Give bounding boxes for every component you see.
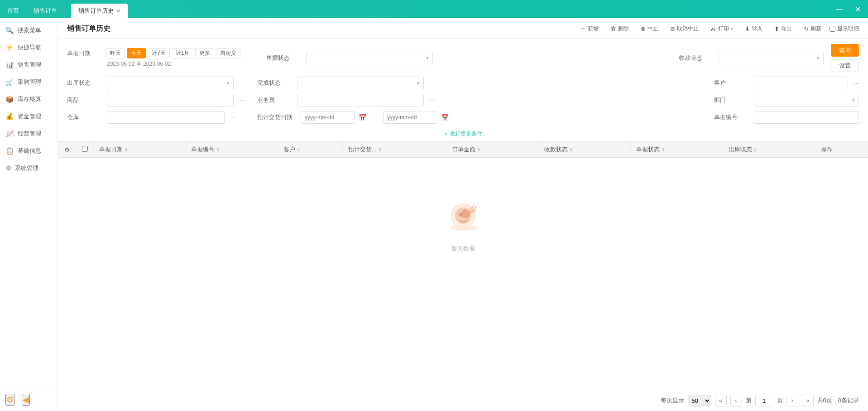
th-ship-status[interactable]: 出库状态 ⇅ bbox=[723, 142, 815, 158]
purchase-icon: 🛒 bbox=[5, 78, 14, 86]
refresh-btn[interactable]: ↻ 刷新 bbox=[800, 23, 825, 34]
th-date[interactable]: 单据日期 ⇅ bbox=[93, 142, 186, 158]
cal-start-icon[interactable]: 📅 bbox=[359, 114, 366, 121]
sidebar-item-purchase[interactable]: 🛒 采购管理 bbox=[0, 73, 58, 91]
settings-cog-icon[interactable]: ⚙ bbox=[64, 146, 70, 153]
payment-status-select[interactable]: ▾ bbox=[719, 52, 824, 64]
th-doc-status[interactable]: 单据状态 ⇅ bbox=[631, 142, 723, 158]
date-more-btn[interactable]: 更多 bbox=[195, 48, 214, 58]
ship-status-chevron: ▾ bbox=[227, 80, 230, 86]
sidebar-item-sales[interactable]: 📊 销售管理 bbox=[0, 56, 58, 73]
per-page-select[interactable]: 50 20 100 bbox=[688, 395, 711, 406]
customer-more-btn[interactable]: ··· bbox=[854, 79, 859, 87]
close-btn[interactable]: ✕ bbox=[855, 5, 861, 14]
print-label: 打印 bbox=[718, 25, 729, 33]
filter-row-2: 出库状态 ▾ 完成状态 ▾ 客户 ··· bbox=[67, 77, 859, 89]
sidebar-item-operations[interactable]: 📈 经营管理 bbox=[0, 125, 58, 142]
tab-sales-history[interactable]: 销售订单历史 ✕ bbox=[71, 4, 128, 18]
doc-no-input[interactable] bbox=[754, 111, 859, 124]
th-checkbox[interactable] bbox=[76, 142, 93, 158]
th-payment-status[interactable]: 收款状态 ⇅ bbox=[538, 142, 631, 158]
minimize-btn[interactable]: — bbox=[836, 5, 843, 13]
stop-btn[interactable]: ⊗ 中止 bbox=[637, 23, 662, 34]
collapse-bar[interactable]: ∧ 收起更多条件 bbox=[67, 128, 859, 138]
warehouse-more-btn[interactable]: ··· bbox=[230, 114, 235, 121]
sidebar-item-finance[interactable]: 💰 资金管理 bbox=[0, 108, 58, 125]
delete-btn[interactable]: 🗑 删除 bbox=[607, 23, 633, 34]
page-input[interactable] bbox=[755, 395, 773, 406]
customer-sort-icon: ⇅ bbox=[297, 147, 300, 152]
sidebar-item-inventory[interactable]: 📦 库存核算 bbox=[0, 91, 58, 108]
sidebar-item-quick-nav[interactable]: ⚡ 快捷导航 bbox=[0, 39, 58, 56]
th-expected-date[interactable]: 预计交货... ⇅ bbox=[343, 142, 446, 158]
expected-date-label: 预计交货日期 bbox=[257, 113, 298, 121]
system-icon: ⚙ bbox=[5, 164, 11, 172]
import-btn[interactable]: ⬇ 导入 bbox=[741, 23, 766, 34]
select-all-checkbox[interactable] bbox=[82, 146, 88, 152]
display-detail-label: 显示明细 bbox=[837, 25, 859, 33]
ship-status-label: 出库状态 bbox=[67, 79, 103, 87]
sales-icon: 📊 bbox=[5, 61, 14, 69]
tab-sales-history-label: 销售订单历史 bbox=[78, 7, 114, 15]
complete-status-chevron: ▾ bbox=[417, 80, 420, 86]
cancel-stop-btn[interactable]: ⊘ 取消中止 bbox=[667, 23, 702, 34]
th-customer[interactable]: 客户 ⇅ bbox=[278, 142, 342, 158]
print-btn[interactable]: 🖨 打印 ▾ bbox=[707, 23, 737, 34]
date-1month-btn[interactable]: 近1月 bbox=[172, 48, 194, 58]
th-doc-no[interactable]: 单据编号 ⇅ bbox=[186, 142, 278, 158]
tab-sales-order[interactable]: 销售订单 ✕ bbox=[26, 4, 71, 18]
tab-sales-order-close[interactable]: ✕ bbox=[60, 8, 64, 14]
product-input[interactable] bbox=[107, 94, 234, 106]
sidebar-item-search-menu[interactable]: 🔍 搜索菜单 bbox=[0, 22, 58, 39]
content-area: 销售订单历史 ＋ 新增 🗑 删除 ⊗ 中止 ⊘ 取消中止 bbox=[58, 18, 868, 411]
refresh-label: 刷新 bbox=[810, 25, 821, 33]
th-amount[interactable]: 订单金额 ⇅ bbox=[446, 142, 538, 158]
tab-sales-order-label: 销售订单 bbox=[34, 7, 57, 15]
salesperson-more-btn[interactable]: ··· bbox=[429, 97, 435, 104]
product-more-btn[interactable]: ··· bbox=[239, 97, 245, 104]
date-7days-btn[interactable]: 近7天 bbox=[148, 48, 170, 58]
date-today-btn[interactable]: 今天 bbox=[127, 48, 146, 58]
display-detail-checkbox[interactable]: 显示明细 bbox=[830, 25, 859, 33]
first-page-btn[interactable]: « bbox=[715, 395, 727, 406]
sidebar-item-quick-nav-label: 快捷导航 bbox=[18, 44, 41, 52]
settings-btn[interactable]: 设置 bbox=[831, 59, 859, 72]
display-detail-input[interactable] bbox=[830, 26, 835, 32]
last-page-btn[interactable]: » bbox=[802, 395, 814, 406]
payment-sort-icon: ⇅ bbox=[569, 147, 573, 152]
sidebar-collapse-btn[interactable]: ◀ bbox=[22, 394, 30, 406]
salesperson-input[interactable] bbox=[297, 94, 424, 106]
per-page-label: 每页显示 bbox=[661, 396, 684, 405]
doc-status-select[interactable]: ▾ bbox=[306, 52, 433, 64]
maximize-btn[interactable]: □ bbox=[847, 5, 851, 13]
warehouse-input[interactable] bbox=[107, 111, 225, 124]
table-header-row: ⚙ 单据日期 ⇅ 单据编号 bbox=[58, 142, 868, 158]
new-icon: ＋ bbox=[580, 24, 586, 33]
th-settings[interactable]: ⚙ bbox=[58, 142, 76, 158]
cancel-stop-label: 取消中止 bbox=[677, 25, 699, 33]
expected-date-start[interactable] bbox=[301, 111, 355, 124]
delete-label: 删除 bbox=[618, 25, 629, 33]
date-custom-btn[interactable]: 自定义 bbox=[216, 48, 240, 58]
date-yesterday-btn[interactable]: 昨天 bbox=[106, 48, 125, 58]
prev-page-btn[interactable]: ‹ bbox=[730, 395, 742, 406]
tab-home[interactable]: 首页 bbox=[0, 4, 26, 18]
product-label: 商品 bbox=[67, 96, 103, 104]
dept-select[interactable]: ▾ bbox=[754, 94, 859, 106]
new-label: 新增 bbox=[588, 25, 599, 33]
new-btn[interactable]: ＋ 新增 bbox=[576, 23, 602, 34]
complete-status-select[interactable]: ▾ bbox=[297, 77, 424, 89]
export-btn[interactable]: ⬆ 导出 bbox=[771, 23, 796, 34]
sidebar-item-system[interactable]: ⚙ 系统管理 bbox=[0, 160, 58, 177]
next-page-btn[interactable]: › bbox=[786, 395, 798, 406]
expected-date-end[interactable] bbox=[383, 111, 437, 124]
query-btn[interactable]: 查询 bbox=[831, 44, 859, 57]
ship-status-select[interactable]: ▾ bbox=[107, 77, 234, 89]
sidebar-settings-btn[interactable]: ⚙ bbox=[5, 394, 14, 406]
sidebar-item-basic-info[interactable]: 📋 基础信息 bbox=[0, 142, 58, 160]
cal-end-icon[interactable]: 📅 bbox=[441, 114, 449, 121]
sidebar-item-system-label: 系统管理 bbox=[15, 164, 38, 172]
tab-sales-history-close[interactable]: ✕ bbox=[116, 8, 120, 14]
customer-input[interactable] bbox=[754, 77, 848, 89]
search-menu-icon: 🔍 bbox=[5, 26, 14, 34]
